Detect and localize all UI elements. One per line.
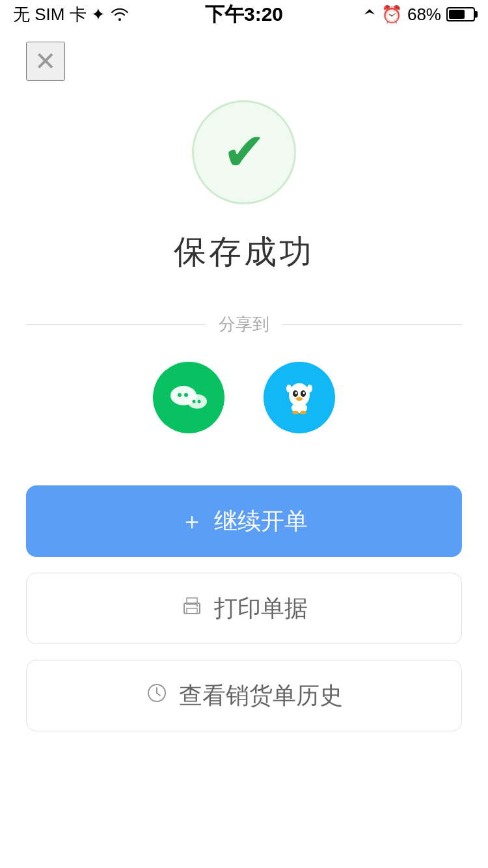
printer-icon	[180, 594, 204, 623]
svg-point-3	[187, 394, 207, 409]
wechat-share-button[interactable]	[153, 362, 224, 433]
svg-point-16	[307, 385, 312, 392]
success-title: 保存成功	[174, 230, 314, 274]
svg-point-14	[300, 411, 306, 414]
svg-point-4	[193, 400, 196, 403]
view-history-label: 查看销货单历史	[179, 680, 343, 712]
continue-order-label: 继续开单	[214, 506, 308, 537]
location-icon	[363, 8, 376, 21]
checkmark-icon: ✔	[223, 126, 266, 178]
alarm-icon: ⏰	[381, 5, 402, 25]
svg-point-11	[303, 392, 305, 394]
main-content: ✕ ✔ 保存成功 分享到	[0, 29, 488, 757]
status-bar: 无 SIM 卡 ✦ 下午3:20 ⏰ 68%	[0, 0, 488, 29]
print-receipt-label: 打印单据	[214, 593, 308, 625]
share-icons-row	[153, 362, 335, 433]
svg-point-2	[184, 393, 188, 397]
close-icon: ✕	[34, 48, 57, 74]
battery-percent: 68%	[407, 5, 441, 25]
view-history-button[interactable]: 查看销货单历史	[26, 660, 462, 731]
status-right: ⏰ 68%	[363, 5, 475, 25]
wifi-icon	[111, 8, 129, 21]
status-time: 下午3:20	[205, 1, 283, 28]
continue-order-button[interactable]: ＋ 继续开单	[26, 485, 462, 557]
sim-status: 无 SIM 卡 ✦	[13, 3, 105, 26]
battery-icon	[446, 7, 475, 21]
share-label: 分享到	[219, 313, 269, 336]
wechat-logo	[166, 375, 211, 420]
status-left: 无 SIM 卡 ✦	[13, 3, 129, 26]
svg-point-5	[198, 400, 201, 403]
close-button[interactable]: ✕	[26, 42, 65, 81]
svg-rect-18	[187, 608, 197, 614]
qq-share-button[interactable]	[264, 362, 335, 433]
svg-point-1	[178, 393, 182, 397]
svg-point-12	[296, 397, 303, 401]
svg-point-13	[292, 411, 299, 414]
divider-left	[26, 324, 206, 325]
divider-right	[282, 324, 462, 325]
plus-icon: ＋	[180, 506, 204, 537]
svg-point-15	[286, 385, 291, 392]
action-buttons: ＋ 继续开单 打印单据 查看销货单历史	[26, 485, 462, 731]
history-icon	[145, 681, 169, 711]
success-icon-circle: ✔	[192, 100, 296, 204]
print-receipt-button[interactable]: 打印单据	[26, 573, 462, 644]
svg-point-10	[295, 392, 297, 394]
qq-logo	[278, 377, 321, 419]
share-divider: 分享到	[26, 313, 462, 336]
svg-point-20	[197, 604, 198, 606]
